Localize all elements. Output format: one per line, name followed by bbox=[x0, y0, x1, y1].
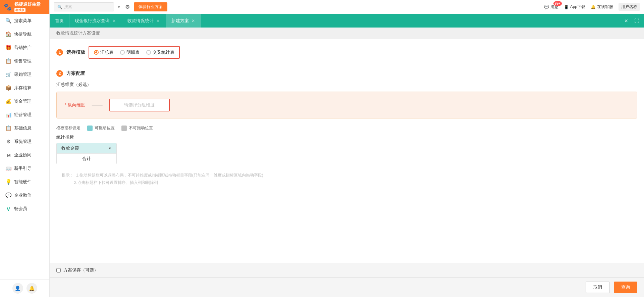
dimension-placeholder: 请选择分组维度 bbox=[124, 102, 155, 107]
sidebar-item-system[interactable]: ⚙ 系统管理 bbox=[0, 135, 49, 148]
settings-icon[interactable]: ⚙ bbox=[124, 2, 131, 11]
smart-hw-icon: 💡 bbox=[5, 179, 11, 185]
message-item[interactable]: 💬 消息 99+ bbox=[544, 4, 558, 10]
main-area: 🔍 搜索 ▼ ⚙ 体验行业方案 💬 消息 99+ 📱 App下载 🔔 在线客服 … bbox=[50, 0, 644, 297]
sidebar-item-search-menu[interactable]: 🔍 搜索菜单 bbox=[0, 14, 49, 28]
tab-cash-bank-close[interactable]: ✕ bbox=[112, 18, 116, 23]
operations-icon: 📊 bbox=[5, 112, 11, 118]
radio-cross[interactable]: 交叉统计表 bbox=[146, 49, 174, 55]
cancel-button[interactable]: 取消 bbox=[586, 282, 610, 293]
sidebar-item-smart-hw[interactable]: 💡 智能硬件 bbox=[0, 175, 49, 189]
breadcrumb-text: 收款情况统计方案设置 bbox=[56, 31, 100, 36]
tab-home[interactable]: 首页 bbox=[50, 14, 69, 28]
sidebar-item-inventory[interactable]: 📦 库存核算 bbox=[0, 81, 49, 95]
radio-summary-label: 汇总表 bbox=[100, 49, 113, 55]
section-template: 1 选择模板 汇总表 明细表 交叉统计表 bbox=[56, 46, 637, 63]
online-service-item[interactable]: 🔔 在线客服 bbox=[591, 4, 613, 10]
tip1: 提示： 1.拖动标题栏可以调整布局，不可跨维度或指标区域拖动栏目字段(只能在同一… bbox=[56, 172, 637, 179]
save-label[interactable]: 方案保存（可选） bbox=[63, 267, 98, 273]
tab-new-plan[interactable]: 新建方案 ✕ bbox=[166, 14, 201, 28]
save-checkbox[interactable] bbox=[56, 268, 61, 273]
draggable-legend-box bbox=[87, 126, 93, 131]
purchase-icon: 🛒 bbox=[5, 71, 11, 78]
tab-new-plan-label: 新建方案 bbox=[171, 18, 189, 24]
sidebar-item-label: 营销推广 bbox=[14, 45, 32, 51]
row-dimension-label: 纵向维度 bbox=[65, 102, 85, 108]
legend-non-draggable: 不可拖动位置 bbox=[121, 125, 153, 131]
enterprise-icon: 🖥 bbox=[5, 152, 11, 158]
query-button[interactable]: 查询 bbox=[614, 282, 637, 293]
section2-title: 方案配置 bbox=[66, 70, 85, 77]
legend-draggable: 可拖动位置 bbox=[87, 125, 115, 131]
dimension-selector[interactable]: 请选择分组维度 bbox=[109, 99, 170, 111]
user-name: 用户名称 bbox=[621, 4, 637, 9]
sidebar-item-wechat[interactable]: 💬 企业微信 bbox=[0, 189, 49, 202]
finance-icon: 💰 bbox=[5, 98, 11, 104]
section1-num: 1 bbox=[56, 49, 63, 56]
radio-summary-circle bbox=[94, 50, 99, 55]
sidebar-item-label: 企业协同 bbox=[14, 152, 32, 158]
sidebar-item-label: 采购管理 bbox=[14, 71, 32, 78]
search-icon: 🔍 bbox=[57, 5, 62, 9]
topbar-dropdown-icon[interactable]: ▼ bbox=[117, 4, 121, 9]
sidebar-item-label: 基础信息 bbox=[14, 125, 32, 131]
indicator-header-text: 收款金额 bbox=[61, 145, 79, 151]
tab-new-plan-close[interactable]: ✕ bbox=[191, 18, 196, 23]
sidebar-item-member[interactable]: V 畅会员 bbox=[0, 202, 49, 215]
user-info[interactable]: 用户名称 bbox=[619, 3, 640, 11]
sidebar-item-marketing[interactable]: 🎁 营销推广 bbox=[0, 41, 49, 54]
topbar: 🔍 搜索 ▼ ⚙ 体验行业方案 💬 消息 99+ 📱 App下载 🔔 在线客服 … bbox=[50, 0, 644, 14]
search-placeholder: 搜索 bbox=[64, 4, 72, 10]
sidebar-bottom: 👤 🔔 bbox=[0, 279, 49, 297]
tip2: 2.点击标题栏下拉可设置排序、插入列和删除列 bbox=[56, 179, 637, 187]
app-download-label: App下载 bbox=[570, 4, 585, 10]
indicator-table-header[interactable]: 收款金额 ▼ bbox=[57, 143, 116, 153]
indicator-dropdown-arrow[interactable]: ▼ bbox=[108, 146, 112, 150]
sidebar-item-label: 企业微信 bbox=[14, 192, 32, 198]
sidebar-item-guide[interactable]: 📖 新手引导 bbox=[0, 162, 49, 175]
non-draggable-label: 不可拖动位置 bbox=[129, 125, 153, 131]
radio-summary[interactable]: 汇总表 bbox=[94, 49, 113, 55]
section2-num: 2 bbox=[56, 70, 63, 77]
tab-collection-stats-close[interactable]: ✕ bbox=[156, 18, 160, 23]
indicator-section-title: 模板指标设定 bbox=[56, 125, 80, 131]
indicator-header: 模板指标设定 可拖动位置 不可拖动位置 bbox=[56, 125, 637, 131]
trial-btn[interactable]: 体验行业方案 bbox=[134, 2, 167, 11]
tab-collection-stats[interactable]: 收款情况统计 ✕ bbox=[122, 14, 166, 28]
tab-collection-stats-label: 收款情况统计 bbox=[127, 18, 154, 24]
sidebar-item-operations[interactable]: 📊 经营管理 bbox=[0, 108, 49, 121]
sales-icon: 📋 bbox=[5, 58, 11, 64]
sidebar-item-sales[interactable]: 📋 销售管理 bbox=[0, 54, 49, 68]
sidebar-item-quick-nav[interactable]: 🏠 快捷导航 bbox=[0, 28, 49, 41]
tab-home-label: 首页 bbox=[55, 18, 64, 24]
logo-text: 畅捷通好生意 bbox=[14, 2, 41, 7]
indicator-table: 收款金额 ▼ 合计 bbox=[56, 143, 117, 164]
radio-detail[interactable]: 明细表 bbox=[120, 49, 140, 55]
logo-badge: 标准版 bbox=[14, 8, 25, 12]
sidebar-item-label: 智能硬件 bbox=[14, 179, 32, 185]
tab-cash-bank[interactable]: 现金银行流水查询 ✕ bbox=[69, 14, 122, 28]
tab-maximize-icon[interactable]: ⛶ bbox=[633, 17, 641, 24]
content-area: 收款情况统计方案设置 1 选择模板 汇总表 明细表 bbox=[50, 28, 644, 297]
app-download-item[interactable]: 📱 App下载 bbox=[564, 4, 585, 10]
radio-detail-label: 明细表 bbox=[126, 49, 140, 55]
page-body: 1 选择模板 汇总表 明细表 交叉统计表 bbox=[50, 39, 644, 263]
radio-cross-circle bbox=[146, 50, 151, 55]
sidebar-item-purchase[interactable]: 🛒 采购管理 bbox=[0, 68, 49, 81]
sidebar-item-label: 畅会员 bbox=[14, 206, 27, 212]
tab-cash-bank-label: 现金银行流水查询 bbox=[75, 18, 110, 24]
wechat-icon: 💬 bbox=[5, 192, 11, 198]
dimension-area: 纵向维度 —— 请选择分组维度 bbox=[56, 92, 637, 118]
gift-icon: 🎁 bbox=[5, 45, 11, 51]
online-service-label: 在线客服 bbox=[597, 4, 613, 10]
tab-close-all-icon[interactable]: ✕ bbox=[623, 17, 630, 24]
sidebar-item-finance[interactable]: 💰 资金管理 bbox=[0, 95, 49, 108]
sidebar-item-basic-info[interactable]: 📋 基础信息 bbox=[0, 121, 49, 135]
sidebar-avatar-2[interactable]: 🔔 bbox=[26, 283, 37, 294]
section-config: 2 方案配置 汇总维度（必选） 纵向维度 —— 请选择分组维度 模板指标设定 bbox=[56, 70, 637, 186]
subsection-title: 汇总维度（必选） bbox=[56, 82, 637, 88]
sidebar-item-enterprise[interactable]: 🖥 企业协同 bbox=[0, 148, 49, 162]
tips-section: 提示： 1.拖动标题栏可以调整布局，不可跨维度或指标区域拖动栏目字段(只能在同一… bbox=[56, 172, 637, 186]
system-icon: ⚙ bbox=[5, 139, 11, 145]
sidebar-avatar-1[interactable]: 👤 bbox=[12, 283, 23, 294]
